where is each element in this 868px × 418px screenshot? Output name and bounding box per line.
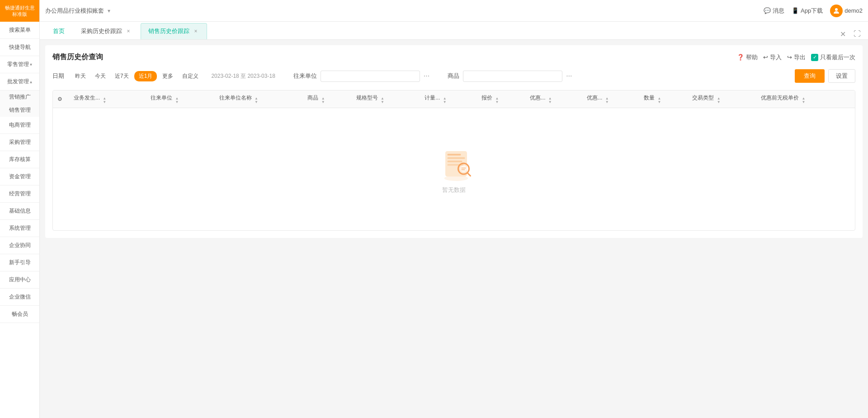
app-logo: 畅捷通好生意 标准版 xyxy=(0,0,39,22)
sort-icon: ▲▼ xyxy=(548,97,552,104)
search-button[interactable]: 查询 xyxy=(795,69,825,83)
sidebar-item-inventory[interactable]: 库存核算 xyxy=(0,151,39,168)
tab-sales-history[interactable]: 销售历史价跟踪 × xyxy=(141,23,207,39)
sidebar-item-wholesale-mgmt[interactable]: 批发管理 ▴ xyxy=(0,73,39,90)
sidebar-item-finance-mgmt[interactable]: 资金管理 xyxy=(0,168,39,185)
empty-icon xyxy=(436,144,472,180)
sort-icon: ▲▼ xyxy=(381,97,384,104)
th-trade-type[interactable]: 交易类型 ▲▼ xyxy=(688,90,756,108)
sidebar-item-basic-info[interactable]: 基础信息 xyxy=(0,203,39,220)
goods-input[interactable] xyxy=(463,71,562,82)
partner-filter: 往来单位 ··· xyxy=(293,71,429,82)
only-last-checkbox[interactable]: ✓ 只看最后一次 xyxy=(811,53,855,62)
goods-input-dots[interactable]: ··· xyxy=(566,72,572,80)
import-icon: ↩ xyxy=(763,54,768,61)
date-btn-custom[interactable]: 自定义 xyxy=(179,71,202,81)
date-range-display: 2023-02-18 至 2023-03-18 xyxy=(211,72,275,80)
partner-input[interactable] xyxy=(321,71,420,82)
sidebar-item-system-mgmt[interactable]: 系统管理 xyxy=(0,220,39,237)
topbar-right: 💬 消息 📱 App下载 demo2 xyxy=(764,5,863,17)
sidebar-item-operations-mgmt[interactable]: 经营管理 xyxy=(0,185,39,203)
page-content: 销售历史价查询 ❓ 帮助 ↩ 导入 ↪ 导出 ✓ xyxy=(40,40,868,418)
partner-input-dots[interactable]: ··· xyxy=(424,72,429,80)
sort-icon: ▲▼ xyxy=(657,97,661,104)
sidebar-item-new-guide[interactable]: 新手引导 xyxy=(0,254,39,271)
th-discount1[interactable]: 优惠... ▲▼ xyxy=(525,90,582,108)
chevron-up-icon: ▴ xyxy=(30,79,32,84)
maximize-btn[interactable]: ⛶ xyxy=(852,28,863,39)
svg-rect-3 xyxy=(448,154,461,156)
date-btn-1month[interactable]: 近1月 xyxy=(134,71,157,81)
tab-purchase-history[interactable]: 采购历史价跟踪 × xyxy=(73,23,140,39)
date-buttons: 昨天 今天 近7天 近1月 更多 自定义 xyxy=(71,71,202,81)
goods-filter: 商品 ··· xyxy=(448,71,572,82)
topbar: 办公用品行业模拟账套 ▾ 💬 消息 📱 App下载 demo2 xyxy=(40,0,868,22)
svg-line-9 xyxy=(467,173,471,176)
date-btn-today[interactable]: 今天 xyxy=(91,71,109,81)
date-btn-more[interactable]: 更多 xyxy=(159,71,177,81)
topbar-title: 办公用品行业模拟账套 xyxy=(45,7,104,15)
sort-icon: ▲▼ xyxy=(495,97,499,104)
sidebar-item-enterprise-wechat[interactable]: 企业微信 xyxy=(0,289,39,306)
help-icon: ❓ xyxy=(737,54,744,61)
sidebar-item-enterprise[interactable]: 企业协同 xyxy=(0,237,39,254)
export-icon: ↪ xyxy=(787,54,792,61)
page-card: 销售历史价查询 ❓ 帮助 ↩ 导入 ↪ 导出 ✓ xyxy=(45,45,863,238)
th-unit[interactable]: 计量... ▲▼ xyxy=(420,90,477,108)
sidebar-item-retail-mgmt[interactable]: 零售管理 ▾ xyxy=(0,56,39,73)
svg-point-0 xyxy=(835,8,838,11)
sort-icon: ▲▼ xyxy=(717,97,721,104)
svg-rect-4 xyxy=(448,157,465,159)
sidebar-item-quick-nav[interactable]: 快捷导航 xyxy=(0,39,39,56)
sidebar-item-ecommerce-mgmt[interactable]: 电商管理 xyxy=(0,117,39,134)
th-partner-code[interactable]: 往来单位 ▲▼ xyxy=(146,90,215,108)
sort-icon: ▲▼ xyxy=(443,97,447,104)
checkbox-checked-icon: ✓ xyxy=(811,54,818,61)
tabs-bar: 首页 采购历史价跟踪 × 销售历史价跟踪 × ✕ ⛶ xyxy=(40,22,868,40)
message-btn[interactable]: 💬 消息 xyxy=(764,7,784,15)
th-quantity[interactable]: 数量 ▲▼ xyxy=(639,90,688,108)
sidebar-item-app-center[interactable]: 应用中心 xyxy=(0,271,39,289)
th-goods[interactable]: 商品 ▲▼ xyxy=(303,90,351,108)
th-price[interactable]: 报价 ▲▼ xyxy=(477,90,525,108)
sort-icon: ▲▼ xyxy=(802,97,805,104)
import-btn[interactable]: ↩ 导入 xyxy=(763,53,782,62)
date-btn-7days[interactable]: 近7天 xyxy=(111,71,132,81)
app-download-btn[interactable]: 📱 App下载 xyxy=(792,7,823,15)
svg-point-8 xyxy=(460,166,467,172)
sidebar-item-sales-mgmt[interactable]: 销售管理 xyxy=(0,104,39,117)
close-all-tabs-btn[interactable]: ✕ xyxy=(837,28,848,39)
th-partner-name[interactable]: 往来单位名称 ▲▼ xyxy=(215,90,303,108)
filter-row: 日期 昨天 今天 近7天 近1月 更多 自定义 2023-02-18 至 202… xyxy=(52,69,855,83)
avatar xyxy=(830,5,843,17)
th-discount2[interactable]: 优惠... ▲▼ xyxy=(582,90,639,108)
export-btn[interactable]: ↪ 导出 xyxy=(787,53,806,62)
sidebar-item-search-menu[interactable]: 搜索菜单 xyxy=(0,22,39,39)
settings-button[interactable]: 设置 xyxy=(828,69,855,83)
th-tax-free-price[interactable]: 优惠前无税单价 ▲▼ xyxy=(756,90,855,108)
sort-icon: ▲▼ xyxy=(321,97,325,104)
page-actions: ❓ 帮助 ↩ 导入 ↪ 导出 ✓ 只看最后一次 xyxy=(737,53,855,62)
sidebar-item-purchase-mgmt[interactable]: 采购管理 xyxy=(0,134,39,151)
user-menu[interactable]: demo2 xyxy=(830,5,863,17)
topbar-dropdown-icon[interactable]: ▾ xyxy=(108,8,110,14)
th-biz-date[interactable]: 业务发生... ▲▼ xyxy=(69,90,146,108)
message-icon: 💬 xyxy=(764,7,771,14)
th-gear: ⚙ xyxy=(53,90,69,108)
page-title: 销售历史价查询 xyxy=(52,52,103,62)
date-btn-yesterday[interactable]: 昨天 xyxy=(71,71,90,81)
main-content: 办公用品行业模拟账套 ▾ 💬 消息 📱 App下载 demo2 首页 xyxy=(40,0,868,418)
close-sales-history-tab[interactable]: × xyxy=(192,28,199,35)
th-spec[interactable]: 规格型号 ▲▼ xyxy=(352,90,420,108)
sidebar: 畅捷通好生意 标准版 搜索菜单 快捷导航 零售管理 ▾ 批发管理 ▴ 营销推广 … xyxy=(0,0,40,418)
empty-state: 暂无数据 xyxy=(53,108,855,230)
date-filter-label: 日期 xyxy=(52,72,64,80)
sidebar-item-member[interactable]: 畅会员 xyxy=(0,306,39,323)
tab-home[interactable]: 首页 xyxy=(45,23,72,39)
empty-text: 暂无数据 xyxy=(442,186,466,194)
gear-icon[interactable]: ⚙ xyxy=(57,96,62,102)
sort-icon: ▲▼ xyxy=(605,97,609,104)
sidebar-item-marketing[interactable]: 营销推广 xyxy=(0,90,39,104)
close-purchase-history-tab[interactable]: × xyxy=(125,28,132,35)
help-btn[interactable]: ❓ 帮助 xyxy=(737,53,758,62)
